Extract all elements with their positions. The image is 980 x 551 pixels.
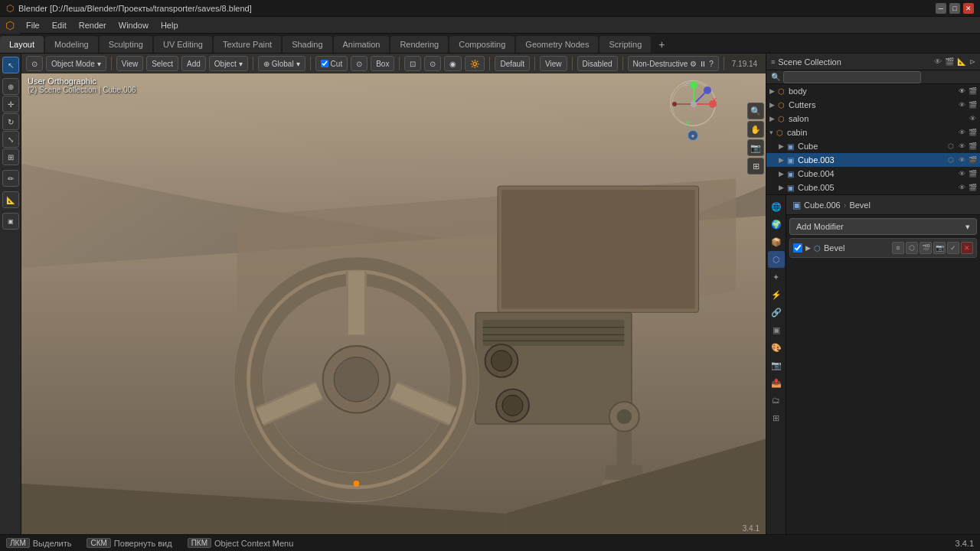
minimize-button[interactable]: ─	[936, 3, 946, 14]
proportional-editing[interactable]: ⊙	[351, 56, 368, 71]
cabin-camera-icon[interactable]: 🎬	[968, 129, 977, 136]
snap-toggle[interactable]: Box	[371, 56, 394, 71]
prop-icon-material[interactable]: 🎨	[768, 339, 785, 356]
mode-selector[interactable]: Object Mode ▾	[46, 56, 106, 71]
prop-icon-object[interactable]: 📦	[768, 233, 785, 250]
body-camera-icon[interactable]: 🎬	[968, 87, 977, 95]
tab-geometry-nodes[interactable]: Geometry Nodes	[516, 36, 598, 53]
viewport-gizmo[interactable]: X Y Z ●	[666, 77, 720, 130]
prop-icon-scene2[interactable]: ⊞	[768, 409, 785, 426]
menu-help[interactable]: Help	[155, 17, 185, 34]
cube003-mod-icon[interactable]: ⬡	[946, 156, 956, 164]
menu-file[interactable]: File	[20, 17, 46, 34]
tab-compositing[interactable]: Compositing	[449, 36, 514, 53]
cutters-eye-icon[interactable]: 👁	[957, 101, 966, 109]
outliner-item-cutters[interactable]: ▶ ⬡ Cutters 👁 🎬	[766, 98, 980, 112]
viewport[interactable]: ⊙ Object Mode ▾ View Select Add Object ▾…	[21, 54, 766, 534]
camera-view[interactable]: 📷	[747, 139, 764, 156]
prop-icon-physics[interactable]: ⚡	[768, 286, 785, 303]
close-button[interactable]: ✕	[963, 3, 974, 14]
prop-icon-view-layer[interactable]: 🗂	[768, 392, 785, 409]
gizmo-zoom-dot[interactable]: ●	[688, 130, 698, 141]
prop-icon-output[interactable]: 📤	[768, 374, 785, 391]
outliner-item-cube[interactable]: ▶ ▣ Cube ⬡ 👁 🎬	[766, 139, 980, 153]
viewport-shading-render[interactable]: 🔆	[465, 56, 485, 71]
outliner-filter-icon[interactable]: ⊳	[969, 57, 975, 66]
tool-rotate[interactable]: ↻	[2, 113, 19, 130]
cube004-cam-icon[interactable]: 🎬	[968, 170, 977, 178]
tool-select[interactable]: ↖	[2, 57, 19, 73]
cube003-eye-icon[interactable]: 👁	[957, 156, 966, 164]
tool-move[interactable]: ✛	[2, 96, 19, 112]
tab-add-button[interactable]: +	[652, 36, 671, 53]
prop-icon-data[interactable]: ▣	[768, 321, 785, 338]
cube005-cam-icon[interactable]: 🎬	[968, 184, 977, 191]
cabin-eye-icon[interactable]: 👁	[957, 129, 966, 136]
outliner-menu-icon[interactable]: ≡	[771, 58, 775, 66]
cube-cam-icon[interactable]: 🎬	[968, 142, 977, 150]
tool-scale[interactable]: ⤡	[2, 131, 19, 148]
prop-icon-scene[interactable]: 🌐	[768, 198, 785, 215]
add-modifier-button[interactable]: Add Modifier ▾	[789, 218, 977, 235]
outliner-item-cube003[interactable]: ▶ ▣ Cube.003 ⬡ 👁 🎬	[766, 153, 980, 167]
tool-object[interactable]: ▣	[2, 213, 19, 230]
body-eye-icon[interactable]: 👁	[957, 87, 966, 95]
modifier-bevel-checkbox[interactable]	[793, 243, 802, 253]
view-menu[interactable]: View	[116, 56, 144, 71]
cut-checkbox[interactable]: Cut	[315, 56, 348, 71]
render-region[interactable]: ⊞	[747, 158, 764, 174]
modifier-bevel-real-time[interactable]: ≡	[892, 242, 904, 254]
tab-texture-paint[interactable]: Texture Paint	[214, 36, 281, 53]
outliner-item-body[interactable]: ▶ ⬡ body 👁 🎬	[766, 84, 980, 98]
prop-icon-constraints[interactable]: 🔗	[768, 304, 785, 321]
prop-icon-render[interactable]: 📷	[768, 357, 785, 373]
modifier-bevel-edit-mode[interactable]: ⬡	[906, 242, 918, 254]
tab-sculpting[interactable]: Sculpting	[100, 36, 152, 53]
zoom-magnify[interactable]: 🔍	[747, 103, 764, 119]
cutters-camera-icon[interactable]: 🎬	[968, 101, 977, 109]
select-menu[interactable]: Select	[146, 56, 178, 71]
disabled-btn[interactable]: Disabled	[577, 56, 618, 71]
blender-logo[interactable]: ⬡	[0, 17, 20, 34]
view-type-btn[interactable]: View	[540, 56, 567, 71]
menu-render[interactable]: Render	[73, 17, 113, 34]
cube-eye-icon[interactable]: 👁	[957, 142, 966, 150]
non-destructive-btn[interactable]: Non-Destructive ⚙ ⏸ ?	[628, 56, 719, 71]
modifier-bevel-check[interactable]: ✓	[947, 242, 959, 254]
salon-eye-icon[interactable]: 👁	[968, 115, 977, 122]
maximize-button[interactable]: □	[949, 3, 960, 14]
add-menu[interactable]: Add	[181, 56, 206, 71]
menu-edit[interactable]: Edit	[46, 17, 73, 34]
outliner-item-cube005[interactable]: ▶ ▣ Cube.005 👁 🎬	[766, 181, 980, 194]
title-bar-controls[interactable]: ─ □ ✕	[936, 3, 974, 14]
transform-orientation[interactable]: ⊕ Global ▾	[258, 56, 305, 71]
prop-icon-world[interactable]: 🌍	[768, 216, 785, 233]
modifier-bevel-camera[interactable]: 📷	[933, 242, 946, 254]
cube003-cam-icon[interactable]: 🎬	[968, 156, 977, 164]
modifier-bevel-header[interactable]: ▶ ⬡ Bevel ≡ ⬡ 🎬 📷 ✓ ✕	[790, 239, 976, 257]
tool-annotate[interactable]: ✏	[2, 170, 19, 187]
tool-cursor[interactable]: ⊕	[2, 78, 19, 95]
tab-uv-editing[interactable]: UV Editing	[154, 36, 212, 53]
cube004-eye-icon[interactable]: 👁	[957, 170, 966, 178]
cube-mod-icon[interactable]: ⬡	[946, 142, 956, 150]
tab-rendering[interactable]: Rendering	[390, 36, 448, 53]
outliner-item-cube004[interactable]: ▶ ▣ Cube.004 👁 🎬	[766, 167, 980, 181]
tab-shading[interactable]: Shading	[283, 36, 332, 53]
tab-animation[interactable]: Animation	[334, 36, 390, 53]
viewport-shading-material[interactable]: ◉	[444, 56, 462, 71]
prop-icon-particles[interactable]: ✦	[768, 269, 785, 285]
viewport-shading-solid[interactable]: ⊙	[424, 56, 441, 71]
modifier-bevel-render[interactable]: 🎬	[920, 242, 932, 254]
default-view[interactable]: Default	[495, 56, 530, 71]
modifier-bevel-delete[interactable]: ✕	[961, 242, 973, 254]
prop-icon-modifiers[interactable]: ⬡	[768, 251, 785, 268]
tool-measure[interactable]: 📐	[2, 191, 19, 208]
menu-window[interactable]: Window	[113, 17, 155, 34]
outliner-item-salon[interactable]: ▶ ⬡ salon 👁	[766, 112, 980, 126]
tab-modeling[interactable]: Modeling	[45, 36, 98, 53]
outliner-search-input[interactable]	[783, 71, 921, 83]
viewport-shading-wire[interactable]: ⊡	[404, 56, 421, 71]
pan-hand[interactable]: ✋	[747, 121, 764, 138]
tab-layout[interactable]: Layout	[0, 36, 44, 53]
